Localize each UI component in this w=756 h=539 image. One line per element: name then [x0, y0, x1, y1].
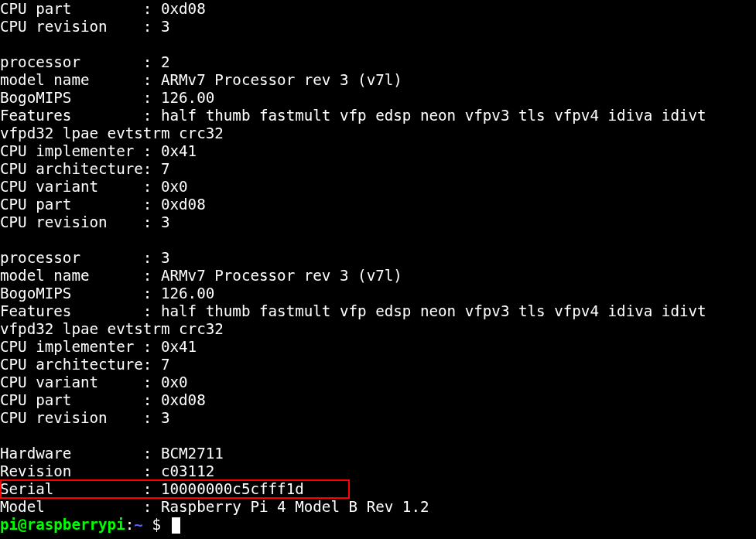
terminal-line [0, 36, 756, 53]
terminal-line: model name : ARMv7 Processor rev 3 (v7l) [0, 267, 756, 285]
terminal-line [0, 231, 756, 249]
terminal-line: Hardware : BCM2711 [0, 445, 756, 462]
prompt-cwd: ~ [134, 516, 143, 534]
terminal-line: model name : ARMv7 Processor rev 3 (v7l) [0, 71, 756, 89]
terminal-line: vfpd32 lpae evtstrm crc32 [0, 125, 756, 142]
terminal-line: CPU implementer : 0x41 [0, 338, 756, 356]
terminal-line: BogoMIPS : 126.00 [0, 89, 756, 107]
terminal-output[interactable]: CPU part : 0xd08CPU revision : 3processo… [0, 0, 756, 534]
prompt-end: $ [143, 516, 170, 534]
prompt-userhost: pi@raspberrypi [0, 516, 125, 534]
terminal-line: CPU implementer : 0x41 [0, 142, 756, 160]
terminal-line: BogoMIPS : 126.00 [0, 285, 756, 302]
terminal-line: processor : 2 [0, 53, 756, 71]
terminal-line: CPU part : 0xd08 [0, 0, 756, 18]
prompt-line[interactable]: pi@raspberrypi:~ $ [0, 516, 756, 534]
terminal-line: Features : half thumb fastmult vfp edsp … [0, 302, 756, 320]
terminal-line: CPU part : 0xd08 [0, 391, 756, 409]
terminal-line: Features : half thumb fastmult vfp edsp … [0, 107, 756, 125]
prompt-sep: : [125, 516, 135, 534]
terminal-line: CPU variant : 0x0 [0, 178, 756, 196]
terminal-line: Revision : c03112 [0, 462, 756, 480]
terminal-line: CPU variant : 0x0 [0, 374, 756, 391]
terminal-line: Serial : 10000000c5cfff1d [0, 480, 756, 498]
terminal-line: CPU revision : 3 [0, 213, 756, 231]
terminal-line [0, 427, 756, 445]
terminal-line: CPU part : 0xd08 [0, 196, 756, 213]
terminal-line: Model : Raspberry Pi 4 Model B Rev 1.2 [0, 498, 756, 516]
terminal-line: CPU revision : 3 [0, 409, 756, 427]
terminal-line: vfpd32 lpae evtstrm crc32 [0, 320, 756, 338]
terminal-line: processor : 3 [0, 249, 756, 267]
cursor [172, 517, 180, 534]
terminal-line: CPU revision : 3 [0, 18, 756, 36]
terminal-line: CPU architecture: 7 [0, 160, 756, 178]
terminal-line: CPU architecture: 7 [0, 356, 756, 374]
